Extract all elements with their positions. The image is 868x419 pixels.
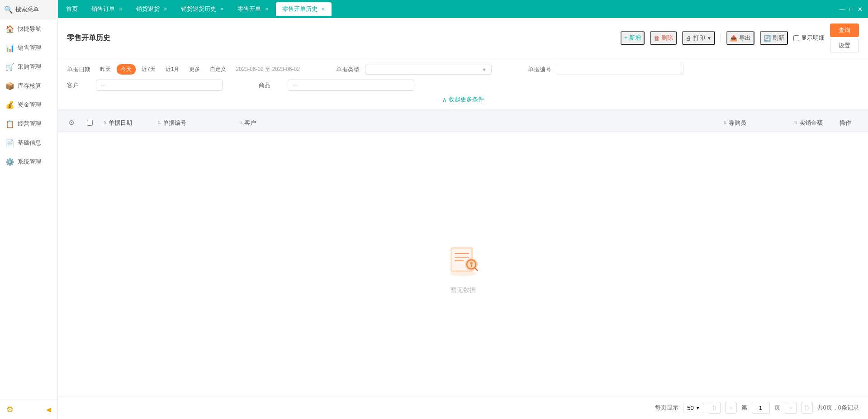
page-size-label: 每页显示 bbox=[655, 404, 678, 412]
display-detail-label: 显示明细 bbox=[801, 34, 825, 42]
bill-type-filter: 单据类型 ▼ bbox=[336, 65, 492, 75]
search-menu-item[interactable]: 🔍 搜索采单 bbox=[0, 0, 57, 19]
export-icon: 📤 bbox=[730, 35, 737, 42]
sidebar-label-operations: 经营管理 bbox=[18, 120, 41, 128]
tab-close-sales-return-history[interactable]: ✕ bbox=[220, 6, 224, 12]
first-page-button[interactable]: ⟨⟨ bbox=[709, 402, 721, 414]
col-sort-icon-guide[interactable]: ⇅ bbox=[723, 120, 727, 125]
goods-value: ··· bbox=[293, 82, 298, 89]
date-filter-label: 单据日期 bbox=[67, 66, 92, 74]
sidebar-item-sales-mgmt[interactable]: 📊 销售管理 bbox=[0, 38, 57, 57]
col-guide-label: 导购员 bbox=[729, 119, 746, 127]
customer-label: 客户 bbox=[67, 81, 92, 89]
delete-button[interactable]: 🗑 删除 bbox=[650, 31, 677, 45]
tab-label-retail-open: 零售开单 bbox=[237, 5, 261, 13]
tab-close-retail-open[interactable]: ✕ bbox=[265, 6, 269, 12]
sidebar-item-quick-nav[interactable]: 🏠 快捷导航 bbox=[0, 19, 57, 38]
date-btn-今天[interactable]: 今天 bbox=[117, 64, 136, 75]
quick-nav-icon: 🏠 bbox=[6, 25, 14, 33]
tab-close-retail-history[interactable]: ✕ bbox=[321, 6, 325, 12]
col-amount-label: 实销金额 bbox=[799, 119, 823, 127]
sidebar-bottom: ⚙ ◀ bbox=[0, 400, 57, 419]
page-size-value: 50 bbox=[687, 405, 693, 411]
close-button[interactable]: ✕ bbox=[858, 6, 863, 13]
filter-toggle[interactable]: ∧ 收起更多条件 bbox=[67, 95, 859, 104]
tab-label-home: 首页 bbox=[66, 5, 78, 13]
setting-button[interactable]: 设置 bbox=[830, 39, 859, 52]
add-button[interactable]: + 新增 bbox=[621, 31, 645, 45]
col-sort-icon-amount[interactable]: ⇅ bbox=[794, 120, 797, 125]
col-sort-icon-customer[interactable]: ⇅ bbox=[239, 120, 242, 125]
tab-close-sales-return[interactable]: ✕ bbox=[163, 6, 167, 12]
date-btn-近1月[interactable]: 近1月 bbox=[161, 64, 184, 75]
select-all-checkbox[interactable] bbox=[87, 120, 93, 126]
sidebar-label-system: 系统管理 bbox=[18, 158, 41, 166]
sidebar-item-purchase-mgmt[interactable]: 🛒 采购管理 bbox=[0, 57, 57, 76]
col-header-amount: ⇅ 实销金额 bbox=[773, 119, 827, 127]
col-date-label: 单据日期 bbox=[109, 119, 132, 127]
operations-icon: 📋 bbox=[6, 120, 14, 128]
minimize-button[interactable]: — bbox=[839, 6, 845, 13]
bill-type-select[interactable]: ▼ bbox=[365, 65, 492, 75]
date-btn-更多[interactable]: 更多 bbox=[185, 64, 204, 75]
bill-num-label: 单据编号 bbox=[528, 66, 553, 74]
page-number-input[interactable] bbox=[752, 402, 770, 414]
sidebar-label-basic-info: 基础信息 bbox=[18, 139, 41, 147]
empty-text: 暂无数据 bbox=[451, 286, 476, 294]
sidebar: 🔍 搜索采单 🏠 快捷导航 📊 销售管理 🛒 采购管理 📦 库存核算 💰 资金管… bbox=[0, 0, 58, 419]
sidebar-item-finance[interactable]: 💰 资金管理 bbox=[0, 95, 57, 114]
sidebar-item-inventory[interactable]: 📦 库存核算 bbox=[0, 76, 57, 95]
tab-sales-return[interactable]: 销货退货✕ bbox=[130, 2, 174, 16]
tab-label-sales-order: 销售订单 bbox=[91, 5, 115, 13]
finance-icon: 💰 bbox=[6, 101, 14, 109]
last-page-button[interactable]: ⟩⟩ bbox=[801, 402, 813, 414]
sidebar-item-system[interactable]: ⚙️ 系统管理 bbox=[0, 152, 57, 171]
refresh-button[interactable]: 🔄 刷新 bbox=[760, 31, 788, 45]
sidebar-item-basic-info[interactable]: 📄 基础信息 bbox=[0, 133, 57, 152]
export-button[interactable]: 📤 导出 bbox=[726, 31, 754, 45]
date-filter: 单据日期 昨天今天近7天近1月更多自定义 2023-06-02 至 2023-0… bbox=[67, 64, 300, 75]
sidebar-label-finance: 资金管理 bbox=[18, 101, 41, 109]
col-sort-icon[interactable]: ⇅ bbox=[103, 120, 107, 125]
tab-close-sales-order[interactable]: ✕ bbox=[119, 6, 123, 12]
sidebar-item-operations[interactable]: 📋 经营管理 bbox=[0, 114, 57, 133]
settings-icon[interactable]: ⚙ bbox=[6, 405, 14, 414]
tab-retail-open[interactable]: 零售开单✕ bbox=[231, 2, 275, 16]
collapse-icon[interactable]: ◀ bbox=[46, 406, 51, 413]
page-size-arrow: ▼ bbox=[696, 405, 700, 410]
tab-home[interactable]: 首页 bbox=[60, 2, 84, 16]
display-detail-checkbox[interactable] bbox=[793, 35, 799, 41]
sidebar-label-quick-nav: 快捷导航 bbox=[18, 25, 41, 33]
maximize-button[interactable]: □ bbox=[849, 6, 853, 13]
search-icon: 🔍 bbox=[5, 5, 13, 14]
table-area: ⚙ ⇅ 单据日期 ⇅ 单据编号 ⇅ 客户 ⇅ 导购员 bbox=[58, 114, 868, 396]
prev-page-button[interactable]: ＜ bbox=[725, 402, 737, 414]
tab-label-sales-return-history: 销货退货历史 bbox=[181, 5, 216, 13]
col-customer-label: 客户 bbox=[244, 119, 256, 127]
page-size-select[interactable]: 50 ▼ bbox=[683, 403, 704, 413]
filter-row-2: 客户 ··· 商品 ··· bbox=[67, 80, 859, 91]
date-btn-近7天[interactable]: 近7天 bbox=[138, 64, 160, 75]
tab-sales-return-history[interactable]: 销货退货历史✕ bbox=[175, 2, 230, 16]
basic-info-icon: 📄 bbox=[6, 139, 14, 147]
goods-select[interactable]: ··· bbox=[288, 80, 414, 91]
collapse-up-icon: ∧ bbox=[442, 96, 447, 103]
toolbar-divider bbox=[721, 33, 721, 42]
date-btn-自定义[interactable]: 自定义 bbox=[206, 64, 230, 75]
empty-illustration bbox=[441, 234, 486, 279]
col-sort-icon-num[interactable]: ⇅ bbox=[157, 120, 161, 125]
query-button[interactable]: 查询 bbox=[830, 24, 859, 37]
next-page-button[interactable]: ＞ bbox=[785, 402, 797, 414]
filter-area: 单据日期 昨天今天近7天近1月更多自定义 2023-06-02 至 2023-0… bbox=[58, 58, 868, 109]
bill-num-input[interactable] bbox=[557, 64, 683, 75]
col-header-guide: ⇅ 导购员 bbox=[719, 119, 773, 127]
print-icon: 🖨 bbox=[686, 35, 692, 42]
print-button[interactable]: 🖨 打印 ▼ bbox=[682, 31, 715, 45]
date-btn-昨天[interactable]: 昨天 bbox=[96, 64, 115, 75]
customer-select[interactable]: ··· bbox=[96, 80, 223, 91]
bill-type-label: 单据类型 bbox=[336, 66, 361, 74]
page-header: 零售开单历史 + 新增 🗑 删除 🖨 打印 ▼ 📤 导出 � bbox=[58, 18, 868, 58]
tab-sales-order[interactable]: 销售订单✕ bbox=[85, 2, 129, 16]
column-settings-icon[interactable]: ⚙ bbox=[62, 118, 81, 127]
tab-retail-history[interactable]: 零售开单历史✕ bbox=[276, 2, 332, 16]
